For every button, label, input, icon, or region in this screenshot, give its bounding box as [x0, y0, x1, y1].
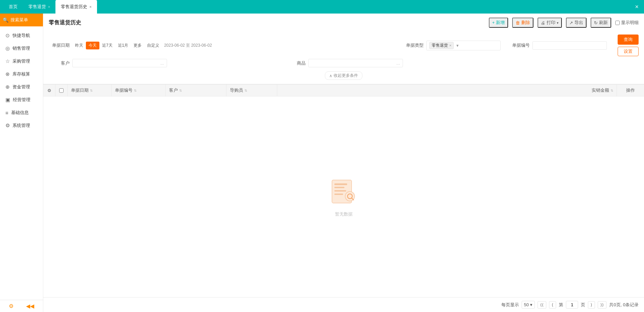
th-customer-label: 客户	[169, 87, 178, 93]
sidebar-item-finance[interactable]: ⊕ 资金管理	[0, 81, 43, 93]
goods-input[interactable]: ...	[308, 59, 403, 67]
top-bar: 首页 零售退货 × 零售退货历史 × ×	[0, 0, 644, 14]
collapse-label: 收起更多条件	[334, 73, 358, 79]
customer-placeholder: ...	[160, 61, 164, 66]
doc-type-chevron-icon: ▾	[456, 43, 459, 48]
tab-retail-return[interactable]: 零售退货 ×	[23, 0, 55, 14]
goods-filter-label: 商品	[285, 60, 308, 66]
th-amount-sort-icon: ⇅	[611, 89, 613, 92]
finance-icon: ⊕	[5, 84, 10, 90]
tab-home[interactable]: 首页	[3, 0, 23, 14]
sidebar-item-basic[interactable]: ≡ 基础信息	[0, 106, 43, 119]
inventory-icon: ⊗	[5, 71, 10, 77]
date-btn-7days[interactable]: 近7天	[99, 42, 115, 49]
settings-icon: ⚙	[47, 88, 51, 93]
th-num-label: 单据编号	[115, 87, 133, 93]
th-amount[interactable]: 实销金额 ⇅	[277, 85, 617, 96]
th-date-label: 单据日期	[71, 87, 89, 93]
th-guide-sort-icon: ⇅	[244, 89, 247, 92]
show-detail-checkbox[interactable]: 显示明细	[615, 20, 639, 26]
th-guide[interactable]: 导购员 ⇅	[226, 85, 277, 96]
th-num-sort-icon: ⇅	[134, 89, 137, 92]
date-btn-custom[interactable]: 自定义	[144, 42, 162, 49]
tab-retail-return-close[interactable]: ×	[48, 5, 50, 9]
svg-rect-2	[334, 187, 344, 188]
page-size-value: 50	[524, 302, 529, 307]
purchase-icon: ☆	[5, 58, 10, 64]
page-size-select[interactable]: 50 ▾	[522, 301, 535, 309]
customer-filter-label: 客户	[49, 60, 72, 66]
svg-rect-1	[334, 183, 347, 185]
per-page-label: 每页显示	[501, 302, 519, 308]
new-button[interactable]: + 新增	[489, 18, 508, 28]
sidebar-item-sales[interactable]: ◎ 销售管理	[0, 42, 43, 55]
tab-retail-return-label: 零售退货	[28, 4, 46, 10]
sidebar-footer: ⚙ ◀◀	[0, 300, 43, 312]
delete-button[interactable]: 🗑 删除	[512, 18, 533, 28]
query-button[interactable]: 查询	[618, 35, 639, 45]
page-next-button[interactable]: ⟩	[588, 301, 595, 309]
doc-type-select[interactable]: 零售退货 × ▾	[426, 41, 501, 50]
print-button[interactable]: 🖨 打印 ▾	[538, 18, 562, 28]
print-icon: 🖨	[541, 20, 545, 25]
empty-state: 暂无数据	[327, 177, 361, 217]
sidebar-item-label: 库存核算	[13, 71, 30, 77]
doc-num-input[interactable]	[532, 41, 607, 50]
content-area: 零售退货历史 + 新增 🗑 删除 🖨 打印 ▾ ↗ 导出	[43, 14, 644, 312]
sidebar-item-operation[interactable]: ▣ 经营管理	[0, 93, 43, 106]
date-btn-yesterday[interactable]: 昨天	[72, 42, 86, 49]
sidebar-item-label: 基础信息	[11, 110, 29, 116]
sidebar-audio-btn[interactable]: ◀◀	[26, 303, 34, 309]
sidebar-item-system[interactable]: ⚙ 系统管理	[0, 119, 43, 132]
total-label: 共0页, 0条记录	[609, 302, 639, 308]
collapse-button[interactable]: ∧ 收起更多条件	[325, 71, 362, 80]
collapse-bar: ∧ 收起更多条件	[49, 70, 639, 83]
svg-rect-3	[334, 190, 346, 192]
setting-button[interactable]: 设置	[618, 47, 639, 56]
date-btn-more[interactable]: 更多	[131, 42, 144, 49]
page-title-row: 零售退货历史 + 新增 🗑 删除 🖨 打印 ▾ ↗ 导出	[49, 18, 639, 28]
page-first-button[interactable]: ⟨⟨	[538, 301, 546, 309]
th-action-label: 操作	[626, 87, 635, 93]
th-action: 操作	[617, 85, 644, 96]
page-number-input[interactable]	[566, 301, 578, 309]
doc-type-tag-close[interactable]: ×	[449, 43, 451, 47]
sidebar-item-quick-nav[interactable]: ⊙ 快捷导航	[0, 29, 43, 42]
export-button[interactable]: ↗ 导出	[566, 18, 587, 28]
window-close-button[interactable]: ×	[629, 3, 644, 10]
th-num[interactable]: 单据编号 ⇅	[112, 85, 166, 96]
page-last-button[interactable]: ⟩⟩	[598, 301, 606, 309]
tab-retail-return-history[interactable]: 零售退货历史 ×	[55, 0, 97, 14]
doc-type-tag: 零售退货 ×	[429, 42, 454, 49]
tab-retail-return-history-close[interactable]: ×	[89, 5, 91, 9]
sidebar-search[interactable]: 🔍 搜索菜单	[0, 14, 43, 26]
basic-icon: ≡	[5, 110, 8, 116]
sidebar-item-label: 经营管理	[13, 97, 30, 103]
th-settings[interactable]: ⚙	[43, 85, 55, 96]
sidebar: 🔍 搜索菜单 ⊙ 快捷导航 ◎ 销售管理 ☆ 采购管理 ⊗ 库存核算 ⊕ 资金管	[0, 14, 43, 312]
th-amount-label: 实销金额	[592, 87, 609, 93]
sidebar-item-label: 销售管理	[13, 45, 30, 51]
show-detail-input[interactable]	[615, 21, 620, 25]
sidebar-search-label: 搜索菜单	[10, 17, 28, 23]
table-area: ⚙ 单据日期 ⇅ 单据编号 ⇅ 客户 ⇅ 导购员	[43, 84, 644, 312]
tab-retail-return-history-label: 零售退货历史	[61, 4, 87, 10]
sidebar-settings-btn[interactable]: ⚙	[9, 303, 14, 309]
sidebar-item-label: 资金管理	[13, 84, 30, 90]
th-customer[interactable]: 客户 ⇅	[166, 85, 226, 96]
select-all-checkbox[interactable]	[59, 88, 64, 93]
table-body: 暂无数据	[43, 96, 644, 297]
date-btn-today[interactable]: 今天	[86, 42, 99, 49]
th-date[interactable]: 单据日期 ⇅	[68, 85, 112, 96]
sidebar-nav: ⊙ 快捷导航 ◎ 销售管理 ☆ 采购管理 ⊗ 库存核算 ⊕ 资金管理 ▣ 经营管…	[0, 26, 43, 300]
sidebar-item-purchase[interactable]: ☆ 采购管理	[0, 55, 43, 68]
customer-input[interactable]: ...	[72, 59, 167, 67]
page-prev-button[interactable]: ⟨	[549, 301, 556, 309]
date-filter: 昨天 今天 近7天 近1月 更多 自定义 2023-06-02 至 2023-0…	[72, 42, 212, 49]
refresh-button[interactable]: ↻ 刷新	[591, 18, 611, 28]
collapse-up-icon: ∧	[329, 73, 332, 78]
th-checkbox[interactable]	[55, 85, 68, 96]
sidebar-item-inventory[interactable]: ⊗ 库存核算	[0, 68, 43, 81]
page-size-chevron-icon: ▾	[530, 302, 532, 307]
date-btn-1month[interactable]: 近1月	[115, 42, 131, 49]
